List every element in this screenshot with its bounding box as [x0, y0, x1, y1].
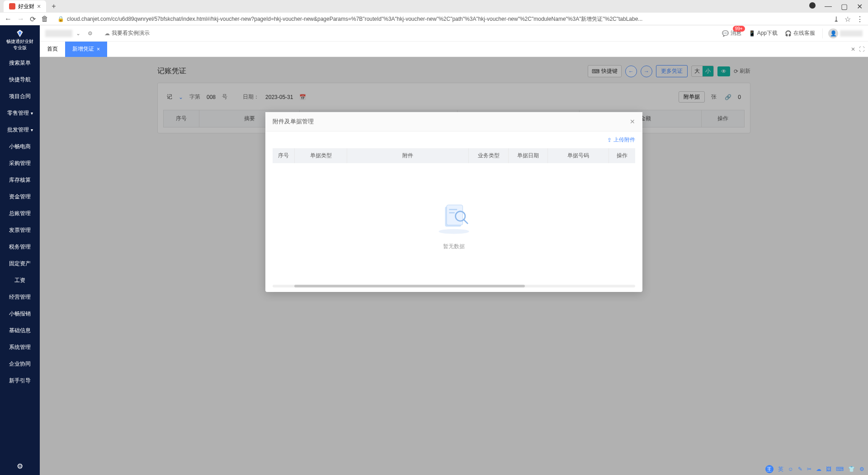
sidebar-item-label: 批发管理 [7, 126, 29, 134]
sidebar-item-system[interactable]: 系统管理 [0, 339, 40, 356]
sidebar-item-purchase[interactable]: 采购管理 [0, 155, 40, 172]
sidebar-item-label: 企业协同 [9, 360, 31, 368]
upload-attachment-button[interactable]: ⇪ 上传附件 [607, 136, 635, 144]
lock-icon: 🔒 [57, 16, 64, 22]
sidebar-item-project[interactable]: 项目合同 [0, 88, 40, 105]
delete-icon[interactable]: 🗑 [41, 15, 48, 23]
sidebar-item-wholesale[interactable]: 批发管理▾ [0, 122, 40, 138]
tab-label: 首页 [47, 45, 58, 53]
sidebar-logo: 畅捷通好业财 专业版 [0, 25, 40, 55]
sidebar-item-collab[interactable]: 企业协同 [0, 356, 40, 372]
star-icon[interactable]: ☆ [844, 15, 851, 24]
forward-button[interactable]: → [17, 15, 24, 23]
sidebar-item-salary[interactable]: 工资 [0, 272, 40, 289]
logo-icon [15, 29, 24, 38]
install-icon[interactable]: ⤓ [833, 15, 839, 24]
org-selector[interactable]: ⌄ ⚙ [45, 30, 93, 37]
topbar-right: 💬 消息 99+ 📱 App下载 🎧 在线客服 👤 [722, 28, 863, 38]
tab-new-voucher[interactable]: 新增凭证 × [65, 42, 107, 57]
tab-close-icon[interactable]: × [37, 3, 41, 10]
back-button[interactable]: ← [5, 15, 12, 23]
sidebar-item-search[interactable]: 搜索菜单 [0, 55, 40, 71]
svg-rect-2 [447, 205, 463, 225]
ime-badge-icon[interactable]: 王 [765, 465, 774, 473]
close-all-icon[interactable]: ✕ [851, 46, 855, 52]
maximize-icon[interactable]: ▢ [841, 2, 848, 11]
sidebar-item-basicinfo[interactable]: 基础信息 [0, 322, 40, 339]
expand-icon[interactable]: ⛶ [859, 46, 864, 52]
app-download-button[interactable]: 📱 App下载 [749, 29, 778, 37]
sidebar-item-label: 小畅报销 [9, 310, 31, 318]
ime-scissors-icon[interactable]: ✂ [807, 466, 811, 472]
browser-tab-bar: 好业财 × + — ▢ ✕ [0, 0, 868, 13]
ime-emoji-icon[interactable]: ☺ [788, 466, 793, 472]
avatar: 👤 [828, 28, 838, 38]
sidebar-items: 搜索菜单 快捷导航 项目合同 零售管理▾ 批发管理▾ 小畅电商 采购管理 库存核… [0, 55, 40, 457]
modal-header: 附件及单据管理 ✕ [265, 112, 642, 132]
ime-edit-icon[interactable]: ✎ [798, 466, 802, 472]
browser-tab[interactable]: 好业财 × [4, 0, 46, 12]
ime-bar: 王 英 ☺ ✎ ✂ ☁ 🖼 ⌨ 👕 ⚙ [765, 465, 864, 473]
ime-lang-toggle[interactable]: 英 [778, 466, 783, 473]
sidebar-item-label: 工资 [14, 277, 25, 284]
sidebar-item-ledger[interactable]: 总账管理 [0, 205, 40, 222]
account-icon[interactable] [809, 2, 816, 9]
minimize-icon[interactable]: — [825, 2, 832, 11]
reload-button[interactable]: ⟳ [30, 15, 36, 24]
mcol-doctype: 单据类型 [295, 148, 347, 163]
modal-table: 序号 单据类型 附件 业务类型 单据日期 单据号码 操作 [273, 148, 635, 163]
menu-icon[interactable]: ⋮ [856, 15, 863, 24]
logo-text: 畅捷通好业财 [3, 39, 37, 44]
ime-shirt-icon[interactable]: 👕 [848, 466, 855, 472]
demo-link[interactable]: ☁ 我要看实例演示 [104, 29, 150, 37]
chevron-down-icon: ⌄ [76, 30, 80, 37]
message-badge: 99+ [733, 26, 745, 32]
mcol-seq: 序号 [273, 148, 295, 163]
sidebar-item-assets[interactable]: 固定资产 [0, 255, 40, 272]
ime-keyboard-icon[interactable]: ⌨ [836, 466, 844, 472]
sidebar-item-inventory[interactable]: 库存核算 [0, 172, 40, 188]
sidebar-item-ecommerce[interactable]: 小畅电商 [0, 138, 40, 155]
gear-icon[interactable]: ⚙ [88, 30, 93, 37]
sidebar-item-funds[interactable]: 资金管理 [0, 188, 40, 205]
url-field[interactable]: 🔒 cloud.chanjet.com/cc/u6d89qwnryel/57bf… [54, 15, 828, 23]
empty-illustration [434, 199, 474, 235]
tab-home[interactable]: 首页 [40, 42, 65, 57]
mcol-action: 操作 [609, 148, 635, 163]
sidebar-item-label: 搜索菜单 [9, 59, 31, 67]
message-button[interactable]: 💬 消息 99+ [722, 29, 741, 37]
sidebar-item-quicknav[interactable]: 快捷导航 [0, 71, 40, 88]
gear-icon[interactable]: ⚙ [17, 462, 23, 470]
user-menu[interactable]: 👤 [822, 28, 863, 38]
modal-close-button[interactable]: ✕ [630, 118, 635, 125]
ime-gear-icon[interactable]: ⚙ [859, 466, 864, 472]
modal-scrollbar[interactable] [273, 285, 635, 287]
url-text: cloud.chanjet.com/cc/u6d89qwnryel/57bfsk… [67, 15, 642, 23]
sidebar-item-label: 税务管理 [9, 243, 31, 251]
address-bar: ← → ⟳ 🗑 🔒 cloud.chanjet.com/cc/u6d89qwnr… [0, 13, 868, 25]
sidebar-item-label: 采购管理 [9, 160, 31, 167]
close-icon[interactable]: ✕ [857, 2, 863, 11]
sidebar-item-label: 项目合同 [9, 93, 31, 100]
support-button[interactable]: 🎧 在线客服 [785, 29, 815, 37]
ime-image-icon[interactable]: 🖼 [826, 466, 831, 472]
sidebar-item-operation[interactable]: 经营管理 [0, 289, 40, 306]
sidebar-item-guide[interactable]: 新手引导 [0, 372, 40, 389]
sidebar-item-tax[interactable]: 税务管理 [0, 239, 40, 255]
sidebar-item-label: 经营管理 [9, 293, 31, 301]
sidebar-item-retail[interactable]: 零售管理▾ [0, 105, 40, 122]
app-root: 畅捷通好业财 专业版 搜索菜单 快捷导航 项目合同 零售管理▾ 批发管理▾ 小畅… [0, 25, 868, 475]
ime-cloud-icon[interactable]: ☁ [816, 466, 821, 472]
tabs-right-controls: ✕ ⛶ [851, 46, 868, 52]
sidebar-item-expense[interactable]: 小畅报销 [0, 306, 40, 322]
content-wrap: 记账凭证 ⌨ 快捷键 ← → 更多凭证 大 小 👁 [40, 57, 868, 475]
sidebar-item-label: 新手引导 [9, 377, 31, 385]
new-tab-button[interactable]: + [52, 2, 56, 10]
upload-label: 上传附件 [613, 136, 635, 144]
tab-close-icon[interactable]: × [97, 46, 100, 52]
sidebar: 畅捷通好业财 专业版 搜索菜单 快捷导航 项目合同 零售管理▾ 批发管理▾ 小畅… [0, 25, 40, 475]
sidebar-item-invoice[interactable]: 发票管理 [0, 222, 40, 239]
sidebar-item-label: 系统管理 [9, 343, 31, 351]
mcol-docdate: 单据日期 [508, 148, 547, 163]
scrollbar-thumb[interactable] [294, 285, 525, 287]
